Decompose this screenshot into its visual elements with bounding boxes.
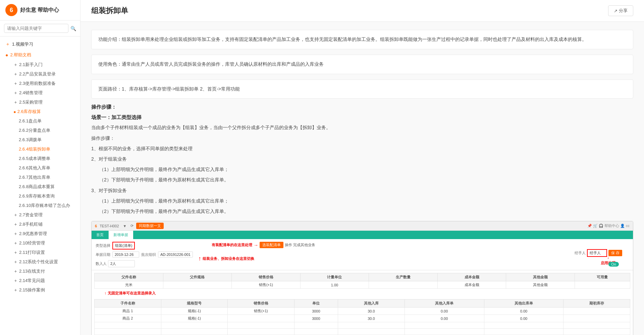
ss-lower-col-header: 其他出库单 (484, 299, 564, 308)
nav-children-docs: ＋ 2.1新手入门 ＋ 2.2产品安装及登录 ＋ 2.3使用前数据准备 ＋ 2.… (0, 60, 80, 295)
ss-col-header: 计量单位 (300, 273, 369, 281)
sidebar-item-cases[interactable]: ＋ 2.15操作案例 (8, 285, 80, 295)
step3-1: （1）上部明细为父件明细，最终作为原材料生成其它出库单； (91, 197, 633, 205)
sidebar-item-partial-stocktake[interactable]: 2.6.2分量盘点单 (13, 126, 80, 135)
sidebar-item-newbie[interactable]: ＋ 2.1新手入门 (8, 60, 80, 69)
ss-type-input[interactable]: 组装(清单) (112, 242, 135, 249)
ss-switch-on[interactable]: On (608, 262, 619, 267)
role-block: 使用角色：通常由生产人员或库管人员完成拆装业务的操作，库管人员确认原材料的出库和… (91, 55, 633, 74)
ss-lower-table-area: 子件名称 规格型号 销售价格 单位 其他入库 其他入库单 其他出库单 期初库存 (92, 296, 633, 335)
ss-lower-col-header: 销售价格 (228, 299, 294, 308)
share-button[interactable]: ↗ 分享 (608, 5, 633, 16)
plus-icon-newbie: ＋ (13, 62, 18, 68)
steps-section: 操作步骤： 场景一：加工类型选择 当由多个子件材料组装成一个成品的业务为【组装】… (91, 104, 633, 216)
search-input[interactable] (4, 24, 68, 33)
ss-tab-new[interactable]: 新增单据 (109, 231, 133, 239)
sidebar-item-purchase[interactable]: ＋ 2.5采购管理 (8, 98, 80, 107)
ss-annotation2: 组装业务、拆卸业务在这里切换 (203, 256, 254, 261)
expand-icon: ＋ (5, 41, 10, 47)
sidebar-item-install[interactable]: ＋ 2.2产品安装及登录 (8, 69, 80, 79)
sidebar-item-assembly[interactable]: 2.6.4组装拆卸单 (13, 145, 80, 154)
main-content: 组装拆卸单 ↗ 分享 功能介绍：组装拆卸单用来处理企业组装或拆卸等加工业务，支持… (80, 0, 644, 335)
sidebar-item-customize[interactable]: ＋ 2.12系统个性化设置 (8, 257, 80, 267)
ss-col-header: 可用量 (575, 273, 630, 281)
ss-date-label: 单据日期 (96, 252, 110, 257)
ss-form-qty-row: 数入人 2人 (96, 260, 193, 267)
plus-icon-payment: ＋ (13, 268, 18, 274)
search-icon[interactable]: 🔍 (70, 26, 76, 31)
intro-block: 功能介绍：组装拆卸单用来处理企业组装或拆卸等加工业务，支持有固定装配清单的产品加… (91, 30, 633, 49)
nav-sub-tree: 2.6.1盘点单 2.6.2分量盘点单 2.6.3调拨单 2.6.4组装拆卸单 … (8, 116, 80, 210)
plus-icon-faq: ＋ (13, 278, 18, 284)
plus-icon-mobile: ＋ (13, 221, 18, 227)
ss-nav-bar: 首页 新增单据 (92, 231, 633, 239)
ss-topbar: 6 TEST-H002 ▼ ⟳ 同期数据一文 📌 🛒 🎧 帮助中心 👤 cc (92, 221, 633, 231)
sidebar-item-ops[interactable]: ＋ 2.10经营管理 (8, 238, 80, 248)
plus-icon-cases: ＋ (13, 287, 18, 293)
ss-select-bom-btn[interactable]: 选装配清单 (260, 242, 283, 248)
plus-icon-print: ＋ (13, 249, 18, 256)
ss-tab-home[interactable]: 首页 (92, 231, 109, 239)
sidebar-item-coupon[interactable]: ＋ 2.9优惠券管理 (8, 229, 80, 238)
ss-lower-col-header: 其他入库单 (405, 299, 484, 308)
steps-section-title: 操作步骤： (91, 104, 633, 110)
plus-icon-sales: ＋ (13, 90, 18, 96)
sidebar-item-other-out[interactable]: 2.6.7其他出库单 (13, 173, 80, 182)
sidebar-item-finance[interactable]: ＋ 2.7资金管理 (8, 210, 80, 220)
ss-form-left: 类型选择 组装(清单) 单据日期 2019-12-26 批次组织 AD-2019… (96, 242, 193, 267)
ss-switch-area: On (608, 262, 619, 267)
nav-tree: ＋ 1.视频学习 ● 2.帮助文档 ＋ 2.1新手入门 ＋ 2.2产品安装及登录 (0, 37, 80, 335)
sidebar-item-docs[interactable]: ● 2.帮助文档 (0, 50, 80, 60)
ss-col-header: 生产数量 (369, 273, 438, 281)
ss-topbar-btn[interactable]: 同期数据一文 (136, 223, 164, 229)
ss-lower-col-header: 期初库存 (564, 299, 630, 308)
ss-form-date-row: 单据日期 2019-12-26 批次组织 AD-20191226-001 (96, 252, 193, 258)
sidebar-item-faq[interactable]: ＋ 2.14常见问题 (8, 276, 80, 285)
step3: 3、对于拆卸业务 (91, 186, 633, 195)
ss-ops-label: 操作 完成其他业务 (285, 242, 315, 247)
ss-batch-input[interactable]: AD-20191226-001 (158, 252, 193, 258)
sidebar-item-payment[interactable]: ＋ 2.13在线支付 (8, 267, 80, 276)
ss-person-label: 经手人 (575, 250, 586, 256)
sidebar-item-sales[interactable]: ＋ 2.4销售管理 (8, 88, 80, 98)
sidebar-item-ledger-fix[interactable]: 2.6.10库存账本错了怎么办 (13, 201, 80, 210)
nav-section-docs: ● 2.帮助文档 ＋ 2.1新手入门 ＋ 2.2产品安装及登录 ＋ 2.3使用前… (0, 50, 80, 295)
ss-lower-col-header: 其他入库 (338, 299, 405, 308)
ss-qty-input[interactable]: 2人 (108, 260, 135, 267)
steps-label: 操作步骤： (91, 134, 633, 143)
logo-icon: 6 (5, 4, 17, 16)
plus-icon-customize: ＋ (13, 259, 18, 265)
ss-annotation1-group: 有装配清单的在这里处理 → 选装配清单 操作 完成其他业务 (212, 242, 315, 248)
nav-section-video: ＋ 1.视频学习 (0, 39, 80, 49)
ss-annotation2-group: ↑ 组装业务、拆卸业务在这里切换 (198, 255, 254, 262)
sidebar-item-data-prep[interactable]: ＋ 2.3使用前数据准备 (8, 79, 80, 88)
ss-date-input[interactable]: 2019-12-26 (112, 252, 139, 258)
sidebar-item-mobile[interactable]: ＋ 2.8手机旺铺 (8, 220, 80, 229)
plus-icon-coupon: ＋ (13, 231, 18, 237)
plus-icon-ops: ＋ (13, 240, 18, 246)
sidebar-item-cost-recalc[interactable]: 2.6.8商品成本重算 (13, 182, 80, 191)
table-row: 光米 销售(+1) 1.00 成本金额 其他金额 (95, 281, 630, 289)
page-title: 组装拆卸单 (91, 6, 128, 16)
ss-type-label: 类型选择 (96, 243, 110, 248)
plus-icon-finance: ＋ (13, 212, 18, 218)
sidebar-item-stocktake[interactable]: 2.6.1盘点单 (13, 116, 80, 126)
plus-icon-install: ＋ (13, 71, 18, 77)
sidebar-item-other-in[interactable]: 2.6.6其他入库单 (13, 163, 80, 173)
sidebar-item-inventory[interactable]: ● 2.6库存核算 (8, 107, 80, 116)
ss-upper-table-area: 父件名称 父件规格 销售价格 计量单位 生产数量 成本金额 其他金额 可用量 光 (92, 270, 633, 290)
ss-annotation4-area: ↑ 无固定清单可在这里选择录入 (92, 290, 633, 296)
sidebar-item-transfer[interactable]: 2.6.3调拨单 (13, 135, 80, 145)
table-row (95, 329, 630, 335)
arrow-right-icon: → (254, 242, 258, 248)
sidebar-item-video[interactable]: ＋ 1.视频学习 (0, 39, 80, 49)
step2-2: （2）下部明细为子件明细，最终作为原材料生成其它出库单。 (91, 176, 633, 184)
search-box: 🔍 (0, 20, 80, 37)
ss-batch-label: 批次组织 (141, 252, 156, 257)
share-icon: ↗ (614, 8, 618, 13)
ss-col-header: 其他金额 (506, 273, 575, 281)
ss-col-header: 父件规格 (163, 273, 232, 281)
sidebar-item-print[interactable]: ＋ 2.11打印设置 (8, 248, 80, 257)
sidebar-item-ledger-query[interactable]: 2.6.9库存账本查询 (13, 191, 80, 201)
sidebar-item-cost-adjust[interactable]: 2.6.5成本调整单 (13, 154, 80, 163)
